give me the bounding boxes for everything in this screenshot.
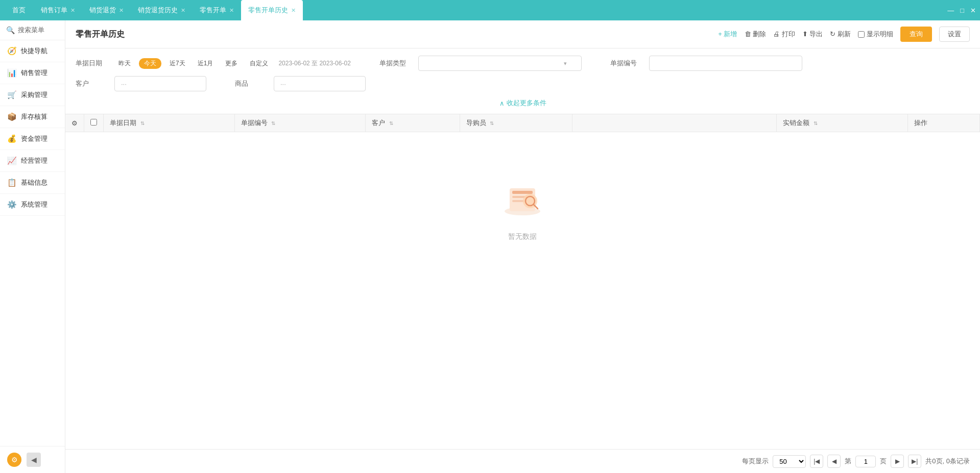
sort-bill-no-icon: ⇅ (271, 120, 275, 126)
sidebar-item-inventory[interactable]: 📦 库存核算 (0, 106, 65, 128)
th-settings[interactable]: ⚙ (65, 114, 84, 132)
bill-no-label: 单据编号 (610, 59, 641, 68)
customer-more-dots[interactable]: ··· (121, 80, 127, 88)
add-button[interactable]: + 新增 (718, 30, 737, 39)
filter-area: 单据日期 昨天 今天 近7天 近1月 更多 自定义 2023-06-02 至 2… (65, 48, 980, 114)
basic-info-icon: 📋 (7, 178, 17, 187)
per-page-label: 每页显示 (742, 457, 769, 466)
collapse-icon: ∧ (499, 99, 505, 107)
page-number-input[interactable] (855, 456, 876, 467)
customer-select[interactable]: ··· (114, 76, 206, 91)
th-amount[interactable]: 实销金额 ⇅ (777, 114, 908, 132)
th-guide[interactable]: 导购员 ⇅ (460, 114, 572, 132)
per-page-select[interactable]: 50 (773, 455, 806, 468)
tab-sales-return[interactable]: 销货退货 ✕ (82, 0, 131, 20)
settings-button[interactable]: ⚙ (7, 453, 21, 467)
tab-retail-open[interactable]: 零售开单 ✕ (193, 0, 241, 20)
close-tab-retail-open[interactable]: ✕ (229, 7, 234, 14)
table-header-row: ⚙ 单据日期 ⇅ 单据编号 ⇅ 客户 ⇅ (65, 114, 980, 132)
page-label: 第 (845, 457, 851, 466)
first-page-button[interactable]: |◀ (810, 455, 823, 468)
next-page-button[interactable]: ▶ (891, 455, 904, 468)
last7-btn[interactable]: 近7天 (165, 58, 189, 69)
operations-icon: 📈 (7, 156, 17, 165)
sys-icon: ⚙️ (7, 200, 17, 209)
refresh-button[interactable]: ↻ 刷新 (830, 30, 851, 39)
sidebar-item-basic-info[interactable]: 📋 基础信息 (0, 172, 65, 194)
more-btn[interactable]: 更多 (221, 58, 242, 69)
sidebar-item-label: 基础信息 (21, 178, 47, 187)
sidebar-item-sales-mgmt[interactable]: 📊 销售管理 (0, 62, 65, 84)
last-page-button[interactable]: ▶| (908, 455, 921, 468)
sort-guide-icon: ⇅ (490, 120, 494, 126)
sidebar-item-label: 库存核算 (21, 112, 47, 121)
tab-sales-order[interactable]: 销售订单 ✕ (34, 0, 82, 20)
th-bill-no[interactable]: 单据编号 ⇅ (234, 114, 366, 132)
purchase-icon: 🛒 (7, 90, 17, 99)
last-month-btn[interactable]: 近1月 (194, 58, 218, 69)
custom-btn[interactable]: 自定义 (246, 58, 272, 69)
goods-select[interactable]: ··· (274, 76, 366, 91)
close-tab-sales-return[interactable]: ✕ (119, 7, 124, 14)
sidebar: 🔍 搜索菜单 🧭 快捷导航 📊 销售管理 🛒 采购管理 📦 库存核算 💰 资金管… (0, 20, 65, 473)
yesterday-btn[interactable]: 昨天 (114, 58, 135, 69)
sidebar-item-label: 采购管理 (21, 90, 47, 99)
window-close[interactable]: ✕ (970, 7, 976, 14)
svg-rect-2 (512, 191, 533, 194)
window-maximize[interactable]: □ (960, 7, 964, 14)
collapse-sidebar-button[interactable]: ◀ (27, 453, 41, 467)
th-date[interactable]: 单据日期 ⇅ (104, 114, 235, 132)
sidebar-item-label: 资金管理 (21, 134, 47, 143)
top-bar-right: — □ ✕ (947, 7, 976, 14)
date-filter-label: 单据日期 (76, 59, 106, 68)
display-detail-checkbox[interactable]: 显示明细 (858, 30, 893, 39)
sidebar-search[interactable]: 🔍 搜索菜单 (0, 20, 65, 40)
print-button[interactable]: 🖨 打印 (773, 30, 795, 39)
window-minimize[interactable]: — (947, 7, 954, 14)
sort-date-icon: ⇅ (140, 120, 145, 126)
display-detail-input[interactable] (858, 31, 865, 38)
th-customer[interactable]: 客户 ⇅ (366, 114, 460, 132)
bill-type-select[interactable]: ▾ (418, 56, 582, 71)
close-tab-sales-return-history[interactable]: ✕ (181, 7, 185, 14)
sidebar-item-finance[interactable]: 💰 资金管理 (0, 128, 65, 150)
sidebar-item-purchase-mgmt[interactable]: 🛒 采购管理 (0, 84, 65, 106)
sort-amount-icon: ⇅ (814, 120, 818, 126)
close-tab-sales-order[interactable]: ✕ (70, 7, 75, 14)
sidebar-item-operations[interactable]: 📈 经营管理 (0, 150, 65, 172)
page-suffix: 页 (880, 457, 887, 466)
date-range-display: 2023-06-02 至 2023-06-02 (278, 59, 350, 68)
th-checkbox[interactable] (84, 114, 104, 132)
tab-home[interactable]: 首页 (4, 0, 34, 20)
finance-icon: 💰 (7, 134, 17, 143)
goods-more-dots[interactable]: ··· (280, 80, 286, 88)
collapse-bar[interactable]: ∧ 收起更多条件 (76, 96, 970, 110)
select-all-checkbox[interactable] (90, 119, 97, 126)
tab-sales-return-history[interactable]: 销货退货历史 ✕ (131, 0, 193, 20)
today-btn[interactable]: 今天 (139, 58, 161, 69)
query-button[interactable]: 查询 (900, 27, 932, 42)
bill-no-input[interactable] (649, 56, 802, 71)
close-tab-retail-open-history[interactable]: ✕ (291, 7, 296, 14)
th-action: 操作 (907, 114, 979, 132)
main-layout: 🔍 搜索菜单 🧭 快捷导航 📊 销售管理 🛒 采购管理 📦 库存核算 💰 资金管… (0, 20, 980, 473)
empty-row: 暂无数据 (65, 132, 980, 283)
sidebar-bottom: ⚙ ◀ (0, 446, 65, 473)
prev-page-button[interactable]: ◀ (827, 455, 841, 468)
top-bar: 首页 销售订单 ✕ 销货退货 ✕ 销货退货历史 ✕ 零售开单 ✕ 零售开单历史 … (0, 0, 980, 20)
bill-type-dropdown-arrow: ▾ (564, 60, 567, 67)
page-title: 零售开单历史 (76, 29, 125, 40)
collapse-label: 收起更多条件 (507, 98, 546, 108)
sidebar-item-quick-nav[interactable]: 🧭 快捷导航 (0, 40, 65, 62)
sidebar-item-sys-mgmt[interactable]: ⚙️ 系统管理 (0, 194, 65, 216)
delete-button[interactable]: 🗑 删除 (745, 30, 767, 39)
settings-form-button[interactable]: 设置 (939, 27, 970, 42)
filter-row-1: 单据日期 昨天 今天 近7天 近1月 更多 自定义 2023-06-02 至 2… (76, 56, 970, 71)
export-button[interactable]: ⬆ 导出 (802, 30, 823, 39)
quick-nav-icon: 🧭 (7, 46, 17, 56)
tab-retail-open-history[interactable]: 零售开单历史 ✕ (241, 0, 303, 20)
date-shortcuts: 昨天 今天 近7天 近1月 更多 自定义 2023-06-02 至 2023-0… (114, 58, 351, 69)
filter-row-2: 客户 ··· 商品 ··· (76, 76, 970, 91)
empty-text: 暂无数据 (508, 232, 537, 241)
empty-state: 暂无数据 (65, 132, 980, 282)
